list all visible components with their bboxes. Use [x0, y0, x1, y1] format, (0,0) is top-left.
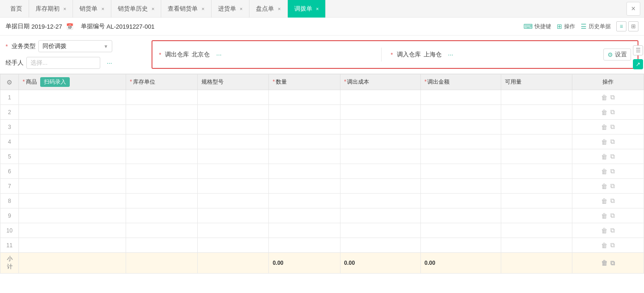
delete-icon[interactable]: 🗑 — [601, 227, 608, 234]
cell-available[interactable] — [501, 164, 572, 179]
cell-available[interactable] — [501, 149, 572, 164]
cell-spec[interactable] — [197, 134, 269, 149]
cell-cost[interactable] — [340, 223, 420, 238]
cell-unit[interactable] — [126, 164, 197, 179]
calendar-icon[interactable]: 📅 — [66, 23, 73, 30]
cell-spec[interactable] — [197, 238, 269, 253]
cell-qty[interactable] — [269, 134, 340, 149]
cell-spec[interactable] — [197, 223, 269, 238]
cell-product[interactable] — [19, 179, 126, 194]
cell-amount[interactable] — [420, 223, 501, 238]
subtotal-copy-icon[interactable]: ⧉ — [610, 259, 615, 267]
tab-inventory-init[interactable]: 库存期初 × — [29, 0, 73, 18]
in-warehouse-more-button[interactable]: ··· — [448, 51, 454, 58]
layout-list-icon[interactable]: ≡ — [616, 21, 626, 31]
cell-cost[interactable] — [340, 134, 420, 149]
cell-amount[interactable] — [420, 194, 501, 208]
copy-icon[interactable]: ⧉ — [610, 153, 615, 160]
subtotal-delete-icon[interactable]: 🗑 — [601, 259, 608, 267]
tab-transfer-close[interactable]: × — [316, 6, 319, 12]
cell-product[interactable] — [19, 194, 126, 208]
shortcuts-button[interactable]: ⌨ 快捷键 — [523, 23, 551, 31]
right-panel-list-button[interactable]: ☰ — [633, 45, 643, 55]
copy-icon[interactable]: ⧉ — [610, 197, 615, 205]
out-warehouse-more-button[interactable]: ··· — [216, 51, 222, 58]
cell-unit[interactable] — [126, 120, 197, 134]
cell-qty[interactable] — [269, 120, 340, 134]
cell-product[interactable] — [19, 134, 126, 149]
cell-available[interactable] — [501, 134, 572, 149]
delete-icon[interactable]: 🗑 — [601, 168, 608, 175]
cell-qty[interactable] — [269, 179, 340, 194]
tab-sales-history-close[interactable]: × — [152, 6, 154, 12]
settings-button[interactable]: ⚙ 设置 — [603, 49, 631, 61]
cell-cost[interactable] — [340, 208, 420, 223]
delete-icon[interactable]: 🗑 — [601, 212, 608, 220]
cell-available[interactable] — [501, 105, 572, 120]
cell-product[interactable] — [19, 208, 126, 223]
cell-available[interactable] — [501, 223, 572, 238]
cell-unit[interactable] — [126, 134, 197, 149]
cell-unit[interactable] — [126, 194, 197, 208]
cell-amount[interactable] — [420, 208, 501, 223]
copy-icon[interactable]: ⧉ — [610, 182, 615, 190]
operations-button[interactable]: ⊞ 操作 — [557, 23, 575, 31]
cell-unit[interactable] — [126, 208, 197, 223]
in-warehouse-value[interactable]: 上海仓 — [424, 50, 442, 59]
cell-unit[interactable] — [126, 223, 197, 238]
cell-qty[interactable] — [269, 208, 340, 223]
copy-icon[interactable]: ⧉ — [610, 138, 615, 146]
cell-product[interactable] — [19, 164, 126, 179]
cell-product[interactable] — [19, 105, 126, 120]
cell-amount[interactable] — [420, 134, 501, 149]
right-panel-export-button[interactable]: ↗ — [633, 59, 643, 69]
copy-icon[interactable]: ⧉ — [610, 212, 615, 220]
cell-available[interactable] — [501, 90, 572, 105]
tab-view-sales-close[interactable]: × — [201, 6, 204, 12]
tab-purchase-close[interactable]: × — [240, 6, 243, 12]
cell-product[interactable] — [19, 120, 126, 134]
cell-product[interactable] — [19, 238, 126, 253]
tab-home[interactable]: 首页 — [4, 0, 29, 18]
cell-cost[interactable] — [340, 120, 420, 134]
cell-available[interactable] — [501, 208, 572, 223]
cell-spec[interactable] — [197, 208, 269, 223]
scan-button[interactable]: 扫码录入 — [40, 77, 70, 87]
copy-icon[interactable]: ⧉ — [610, 123, 615, 131]
copy-icon[interactable]: ⧉ — [610, 93, 615, 101]
tab-stocktake-close[interactable]: × — [278, 6, 280, 12]
tab-sales-order-close[interactable]: × — [101, 6, 104, 12]
cell-qty[interactable] — [269, 164, 340, 179]
cell-amount[interactable] — [420, 105, 501, 120]
tab-purchase[interactable]: 进货单 × — [212, 0, 249, 18]
cell-unit[interactable] — [126, 90, 197, 105]
cell-unit[interactable] — [126, 238, 197, 253]
cell-spec[interactable] — [197, 120, 269, 134]
cell-amount[interactable] — [420, 179, 501, 194]
delete-icon[interactable]: 🗑 — [601, 183, 608, 190]
tab-sales-order[interactable]: 销货单 × — [73, 0, 111, 18]
tab-sales-history[interactable]: 销货单历史 × — [111, 0, 161, 18]
tab-inventory-init-close[interactable]: × — [63, 6, 66, 12]
cell-available[interactable] — [501, 238, 572, 253]
cell-cost[interactable] — [340, 164, 420, 179]
cell-product[interactable] — [19, 90, 126, 105]
cell-qty[interactable] — [269, 105, 340, 120]
copy-icon[interactable]: ⧉ — [610, 241, 615, 249]
cell-unit[interactable] — [126, 105, 197, 120]
delete-icon[interactable]: 🗑 — [601, 153, 608, 160]
cell-amount[interactable] — [420, 164, 501, 179]
cell-qty[interactable] — [269, 238, 340, 253]
delete-icon[interactable]: 🗑 — [601, 138, 608, 146]
cell-qty[interactable] — [269, 223, 340, 238]
out-warehouse-value[interactable]: 北京仓 — [192, 50, 210, 59]
cell-unit[interactable] — [126, 179, 197, 194]
cell-spec[interactable] — [197, 149, 269, 164]
handler-select[interactable]: 选择... — [26, 57, 100, 69]
cell-amount[interactable] — [420, 90, 501, 105]
copy-icon[interactable]: ⧉ — [610, 167, 615, 175]
delete-icon[interactable]: 🗑 — [601, 123, 608, 131]
cell-cost[interactable] — [340, 194, 420, 208]
delete-icon[interactable]: 🗑 — [601, 242, 608, 249]
tab-view-sales[interactable]: 查看销货单 × — [161, 0, 211, 18]
